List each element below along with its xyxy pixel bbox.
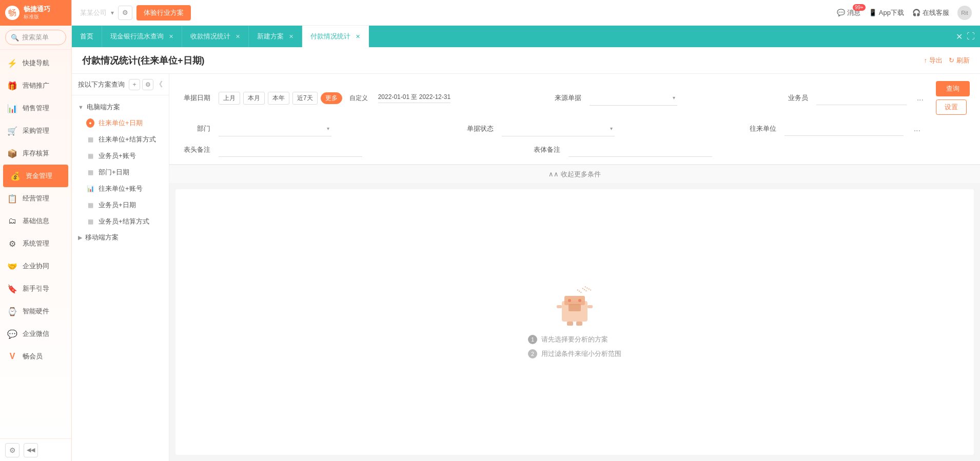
scheme-item-unit-settle[interactable]: ▦ 往来单位+结算方式 [72, 131, 169, 148]
source-select[interactable]: ▾ [590, 90, 677, 106]
unit-input[interactable] [785, 122, 904, 136]
scheme-active-dot: ● [86, 119, 94, 127]
user-avatar[interactable]: Rit [957, 6, 972, 20]
scheme-group-desktop-header[interactable]: ▼ 电脑端方案 [72, 99, 169, 115]
sidebar-item-purchase[interactable]: 🛒 采购管理 [0, 119, 71, 142]
sidebar-item-guide[interactable]: 🔖 新手引导 [0, 277, 71, 300]
this-year-button[interactable]: 本年 [268, 92, 289, 105]
tab-close-payment[interactable]: ✕ [356, 33, 360, 40]
scheme-icon-staff-settle: ▦ [86, 217, 94, 226]
add-icon: + [132, 81, 136, 88]
sales-icon: 📊 [7, 103, 17, 113]
sidebar-item-basic[interactable]: 🗂 基础信息 [0, 210, 71, 232]
tab-bank[interactable]: 现金银行流水查询 ✕ [102, 26, 182, 47]
unit-dots[interactable]: ... [914, 124, 920, 133]
tab-close-all-button[interactable]: ✕ [956, 32, 963, 42]
scheme-collapse-button[interactable]: 《 [155, 80, 163, 89]
sidebar-footer: ⚙ ◀◀ [0, 438, 71, 461]
logo-text: 畅捷通巧 标准版 [24, 5, 50, 21]
sidebar-item-quick[interactable]: ⚡ 快捷导航 [0, 52, 71, 74]
service-icon: 🎧 [912, 9, 920, 16]
sidebar-item-hardware[interactable]: ⌚ 智能硬件 [0, 300, 71, 323]
custom-date-button[interactable]: 自定义 [345, 92, 372, 104]
svg-rect-4 [569, 304, 581, 311]
empty-tip-2: 2 用过滤条件来缩小分析范围 [528, 349, 621, 358]
sidebar-item-sales[interactable]: 📊 销售管理 [0, 97, 71, 119]
sidebar-item-operation[interactable]: 📋 经营管理 [0, 187, 71, 210]
filter-settings-button[interactable]: 设置 [936, 99, 967, 115]
collapse-sidebar-button[interactable]: ◀◀ [24, 443, 38, 457]
app-download-button[interactable]: 📱 App下载 [869, 8, 904, 17]
scheme-item-unit-date[interactable]: ● 往来单位+日期 [72, 115, 169, 131]
search-icon: 🔍 [11, 34, 19, 42]
page-header: 付款情况统计(往来单位+日期) ↑ 导出 ↻ 刷新 [72, 47, 980, 74]
staff-input[interactable] [816, 91, 907, 105]
topbar-right: 💬 消息 99+ 📱 App下载 🎧 在线客服 Rit [837, 6, 972, 20]
scheme-item-staff-settle[interactable]: ▦ 业务员+结算方式 [72, 213, 169, 230]
tab-close-new[interactable]: ✕ [289, 33, 293, 40]
trial-button[interactable]: 体验行业方案 [136, 5, 191, 21]
dept-select[interactable]: ▾ [219, 121, 331, 136]
sidebar-item-system[interactable]: ⚙ 系统管理 [0, 232, 71, 255]
query-button[interactable]: 查询 [936, 81, 970, 96]
expand-icon-mobile: ▶ [78, 234, 82, 241]
collapse-conditions-button[interactable]: ∧∧ 收起更多条件 [169, 165, 980, 183]
sidebar-item-inventory[interactable]: 📦 库存核算 [0, 142, 71, 165]
last-7days-button[interactable]: 近7天 [292, 92, 318, 105]
collapse-chevron-icon: ∧∧ [548, 170, 559, 178]
export-button[interactable]: ↑ 导出 [924, 56, 943, 65]
tab-close-receipt[interactable]: ✕ [236, 33, 240, 40]
svg-point-3 [578, 299, 581, 302]
tab-new[interactable]: 新建方案 ✕ [249, 26, 302, 47]
last-month-button[interactable]: 上月 [219, 92, 240, 105]
message-icon: 💬 [837, 9, 845, 16]
chevron-down-icon: ▾ [111, 9, 114, 16]
tab-payment[interactable]: 付款情况统计 ✕ [302, 26, 369, 47]
scheme-list: ▼ 电脑端方案 ● 往来单位+日期 ▦ 往来单位+结算方式 [72, 95, 169, 461]
gear-icon: ⚙ [122, 9, 128, 16]
hardware-icon: ⌚ [7, 306, 17, 316]
scheme-group-mobile-header[interactable]: ▶ 移动端方案 [72, 230, 169, 245]
sidebar-item-corp[interactable]: 🤝 企业协同 [0, 255, 71, 277]
more-date-button[interactable]: 更多 [321, 92, 342, 104]
global-settings-button[interactable]: ⚙ [5, 443, 19, 457]
tab-close-bank[interactable]: ✕ [169, 33, 173, 40]
tip-number-1: 1 [528, 335, 537, 344]
refresh-button[interactable]: ↻ 刷新 [949, 56, 970, 65]
member-icon: V [7, 351, 17, 362]
app-icon: 📱 [869, 9, 877, 16]
online-service-button[interactable]: 🎧 在线客服 [912, 8, 949, 17]
scheme-header-left: 按以下方案查询 [78, 80, 125, 89]
search-menu-button[interactable]: 🔍 搜索菜单 [5, 30, 66, 45]
scheme-settings-button[interactable]: ⚙ [142, 79, 153, 90]
purchase-icon: 🛒 [7, 126, 17, 136]
scheme-item-unit-account[interactable]: 📊 往来单位+账号 [72, 181, 169, 197]
message-button[interactable]: 💬 消息 99+ [837, 8, 860, 17]
scheme-item-staff-date[interactable]: ▦ 业务员+日期 [72, 197, 169, 213]
settings-icon: ⚙ [145, 81, 151, 88]
scheme-item-staff-account[interactable]: ▦ 业务员+账号 [72, 148, 169, 164]
empty-illustration [549, 286, 600, 327]
company-name: 某某公司 [80, 8, 107, 17]
tab-receipt[interactable]: 收款情况统计 ✕ [182, 26, 249, 47]
sidebar-item-wechat[interactable]: 💬 企业微信 [0, 323, 71, 345]
tab-home[interactable]: 首页 [72, 26, 102, 47]
staff-dots[interactable]: ... [917, 93, 924, 103]
dept-arrow-icon: ▾ [327, 126, 329, 131]
scheme-item-dept-date[interactable]: ▦ 部门+日期 [72, 164, 169, 181]
sidebar-item-marketing[interactable]: 🎁 营销推广 [0, 74, 71, 97]
status-select[interactable]: ▾ [502, 121, 615, 136]
header-note-input[interactable] [219, 143, 362, 157]
topbar-settings-button[interactable]: ⚙ [118, 6, 132, 20]
sidebar-item-finance[interactable]: 💰 资金管理 [3, 165, 68, 187]
tab-fullscreen-button[interactable]: ⛶ [967, 32, 975, 41]
sidebar-item-member[interactable]: V 畅会员 [0, 345, 71, 368]
main-area: 某某公司 ▾ ⚙ 体验行业方案 💬 消息 99+ 📱 App下载 🎧 在线客服 [72, 0, 980, 461]
page-actions: ↑ 导出 ↻ 刷新 [924, 56, 970, 65]
sidebar-search-area: 🔍 搜索菜单 [0, 26, 71, 50]
body-note-input[interactable] [569, 143, 712, 157]
scheme-add-button[interactable]: + [129, 79, 140, 90]
source-label: 来源单据 [551, 93, 581, 103]
this-month-button[interactable]: 本月 [243, 92, 265, 105]
dept-label: 部门 [180, 124, 210, 133]
